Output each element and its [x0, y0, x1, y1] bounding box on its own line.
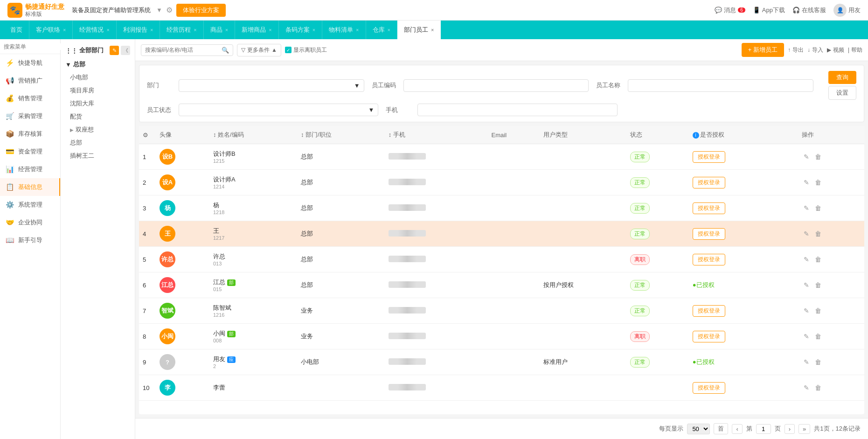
- resigned-checkbox[interactable]: ✓: [285, 47, 292, 53]
- col-name[interactable]: ↕ 姓名/编码: [209, 126, 297, 144]
- query-button[interactable]: 查询: [828, 71, 856, 84]
- edit-button[interactable]: ✎: [802, 152, 811, 161]
- dept-node-small-electric[interactable]: 小电部: [61, 71, 135, 84]
- tab-close-icon[interactable]: ×: [269, 27, 271, 33]
- show-resigned-toggle[interactable]: ✓ 显示离职员工: [285, 46, 327, 54]
- settings-gear-button[interactable]: ⚙: [166, 6, 173, 14]
- delete-button[interactable]: 🗑: [813, 178, 823, 187]
- edit-button[interactable]: ✎: [802, 280, 811, 290]
- sidebar-item-enterprise[interactable]: 🤝 企业协同: [0, 214, 60, 231]
- edit-button[interactable]: ✎: [802, 255, 811, 264]
- sidebar-item-marketing[interactable]: 📢 营销推广: [0, 72, 60, 90]
- table-settings-icon[interactable]: ⚙: [143, 132, 148, 139]
- edit-button[interactable]: ✎: [802, 357, 811, 367]
- auth-button[interactable]: 授权登录: [693, 254, 725, 265]
- tab-close-icon[interactable]: ×: [225, 27, 228, 33]
- sidebar-item-inventory[interactable]: 📦 库存核算: [0, 125, 60, 143]
- per-page-select[interactable]: 50: [687, 424, 710, 434]
- tab-home[interactable]: 首页: [4, 21, 29, 39]
- col-phone[interactable]: ↕ 手机: [385, 126, 488, 144]
- dept-node-tree-king[interactable]: 插树王二: [61, 149, 135, 162]
- dept-all-label[interactable]: ⋮⋮ 全部部门: [65, 46, 104, 55]
- first-page-button[interactable]: 首: [714, 423, 728, 434]
- help-button[interactable]: | 帮助: [848, 46, 862, 54]
- message-button[interactable]: 💬 消息 6: [715, 6, 745, 14]
- dept-node-shenyang[interactable]: 沈阳大库: [61, 97, 135, 110]
- delete-button[interactable]: 🗑: [813, 383, 823, 392]
- edit-button[interactable]: ✎: [802, 383, 811, 392]
- delete-button[interactable]: 🗑: [813, 203, 823, 213]
- import-button[interactable]: ↓ 导入: [807, 46, 823, 54]
- delete-button[interactable]: 🗑: [813, 306, 823, 315]
- phone-input[interactable]: [417, 104, 617, 116]
- search-box[interactable]: 🔍: [141, 44, 233, 56]
- tab-profit[interactable]: 利润报告×: [117, 21, 160, 39]
- sidebar-item-guide[interactable]: 📖 新手引导: [0, 231, 60, 249]
- auth-button[interactable]: 授权登录: [693, 382, 725, 394]
- tab-close-icon[interactable]: ×: [388, 27, 390, 33]
- dept-node-root[interactable]: ▼ 总部: [61, 58, 135, 71]
- dept-node-distribution[interactable]: 配货: [61, 110, 135, 123]
- sidebar-item-purchase[interactable]: 🛒 采购管理: [0, 107, 60, 125]
- sidebar-item-sales[interactable]: 💰 销售管理: [0, 90, 60, 107]
- view-button[interactable]: ▶ 视频: [827, 46, 844, 54]
- sidebar-item-system[interactable]: ⚙️ 系统管理: [0, 196, 60, 214]
- edit-button[interactable]: ✎: [802, 229, 811, 238]
- dept-collapse-button[interactable]: 《: [121, 46, 130, 55]
- reset-button[interactable]: 设置: [828, 86, 856, 100]
- online-service-button[interactable]: 🎧 在线客服: [792, 6, 826, 14]
- last-page-button[interactable]: »: [799, 424, 810, 434]
- edit-button[interactable]: ✎: [802, 203, 811, 213]
- sidebar-item-finance[interactable]: 💳 资金管理: [0, 143, 60, 160]
- edit-button[interactable]: ✎: [802, 306, 811, 315]
- dept-node-hq[interactable]: 总部: [61, 136, 135, 149]
- sidebar-item-operation[interactable]: 📊 经营管理: [0, 160, 60, 178]
- emp-status-select[interactable]: ▼: [179, 104, 378, 116]
- auth-button[interactable]: 授权登录: [693, 151, 725, 163]
- auth-button[interactable]: 授权登录: [693, 202, 725, 214]
- auth-button[interactable]: 授权登录: [693, 305, 725, 317]
- sidebar-item-base[interactable]: 📋 基础信息: [0, 178, 60, 196]
- delete-button[interactable]: 🗑: [813, 332, 823, 341]
- delete-button[interactable]: 🗑: [813, 357, 823, 367]
- edit-button[interactable]: ✎: [802, 332, 811, 341]
- tab-close-icon[interactable]: ×: [356, 27, 359, 33]
- col-dept[interactable]: ↕ 部门/职位: [297, 126, 385, 144]
- tab-close-icon[interactable]: ×: [63, 27, 66, 33]
- delete-button[interactable]: 🗑: [813, 280, 823, 290]
- delete-button[interactable]: 🗑: [813, 152, 823, 161]
- user-menu[interactable]: 👤 用友: [833, 4, 861, 17]
- dept-edit-button[interactable]: ✎: [110, 46, 119, 55]
- tab-barcode[interactable]: 条码方案×: [279, 21, 322, 39]
- trial-button[interactable]: 体验行业方案: [176, 4, 226, 17]
- tab-history[interactable]: 经营历程×: [160, 21, 203, 39]
- auth-button[interactable]: 授权登录: [693, 331, 725, 342]
- tab-close-icon[interactable]: ×: [431, 27, 434, 33]
- tab-close-icon[interactable]: ×: [150, 27, 153, 33]
- sidebar-search-box[interactable]: 🔍: [0, 39, 60, 54]
- tab-operation[interactable]: 经营情况×: [73, 21, 116, 39]
- page-number-input[interactable]: [756, 424, 771, 434]
- dept-node-dual[interactable]: ▶ 双座想: [61, 123, 135, 136]
- system-title-dropdown-icon[interactable]: ▼: [156, 7, 162, 14]
- auth-button[interactable]: 授权登录: [693, 228, 725, 240]
- delete-button[interactable]: 🗑: [813, 255, 823, 264]
- tab-customer[interactable]: 客户联络×: [29, 21, 73, 39]
- search-input[interactable]: [145, 47, 220, 53]
- emp-code-input[interactable]: [403, 79, 589, 92]
- tab-close-icon[interactable]: ×: [312, 27, 315, 33]
- tab-add-goods[interactable]: 新增商品×: [235, 21, 278, 39]
- export-button[interactable]: ↑ 导出: [788, 46, 804, 54]
- next-page-button[interactable]: ›: [785, 424, 795, 434]
- col-settings[interactable]: ⚙: [139, 126, 156, 144]
- dept-node-project-warehouse[interactable]: 项目库房: [61, 84, 135, 97]
- tab-goods[interactable]: 商品×: [204, 21, 235, 39]
- tab-close-icon[interactable]: ×: [106, 27, 109, 33]
- edit-button[interactable]: ✎: [802, 178, 811, 187]
- app-download-button[interactable]: 📱 App下载: [753, 6, 785, 14]
- auth-button[interactable]: 授权登录: [693, 177, 725, 188]
- sidebar-item-quicknav[interactable]: ⚡ 快捷导航: [0, 54, 60, 72]
- prev-page-button[interactable]: ‹: [732, 424, 742, 434]
- add-employee-button[interactable]: + 新增员工: [742, 43, 784, 57]
- tab-warehouse[interactable]: 仓库×: [366, 21, 397, 39]
